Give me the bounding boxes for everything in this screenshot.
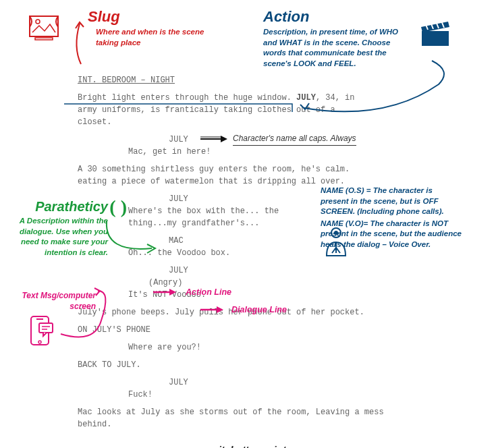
dialogueline-arrow [199,306,226,314]
footer-url: www.writebetterscripts.com [13,444,483,448]
window-scene-icon [27,13,61,42]
paratheticy-title: Paratheticy [35,199,108,214]
slug-arrow [67,20,88,71]
phone-dlg: Where are you?! [128,341,314,354]
charname-july-4: JULY [169,376,483,389]
svg-rect-11 [39,323,53,333]
parentheses-icon: ( ) [109,196,127,218]
txtmsg-arrow [54,287,108,351]
caps-arrow [199,135,229,143]
paratheticy-arrow [101,216,162,263]
paratheticy-note: A Description within the dialogue. Use w… [13,216,108,258]
svg-point-7 [334,231,338,235]
dlg5: Fuck! [128,389,314,401]
svg-rect-2 [35,38,53,40]
charname-july-3: JULY [169,264,483,277]
slug-note: Where and when is the scene taking place [96,27,211,48]
action-line-label: Action Line [186,287,231,298]
action-underline [63,103,296,113]
actionline-arrow [152,288,179,296]
slug-title: Slug [88,8,211,26]
svg-rect-0 [30,16,58,36]
action-arrow [297,57,459,115]
back-to: BACK TO JULY. [78,359,361,371]
char-caps-note: Character's name all caps. Always [233,132,356,146]
phone-head: ON JULY'S PHONE [78,324,361,336]
action-title: Action [263,8,412,26]
svg-rect-3 [422,31,449,46]
dlg1: Mac, get in here! [128,146,314,158]
person-icon [323,226,350,258]
action4: Mac looks at July as she storms out of t… [78,406,402,430]
action2: A 30 something shirtless guy enters the … [78,163,361,188]
clapperboard-icon [418,18,452,49]
offscreen-note1: NAME (O.S) = The character is present in… [321,186,462,217]
phone-msg-icon [27,314,55,347]
svg-point-10 [38,341,41,343]
svg-point-1 [36,20,40,24]
dialogue-line-label: Dialogue Line [231,304,287,316]
